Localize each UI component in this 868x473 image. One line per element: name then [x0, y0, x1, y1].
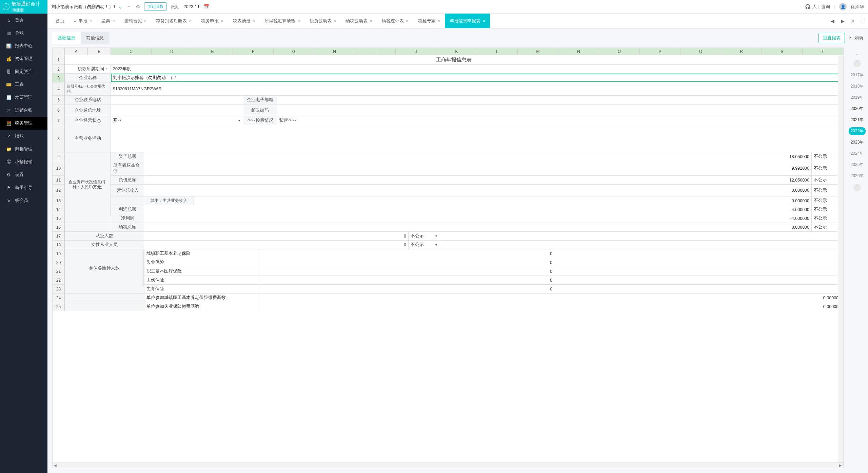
column-header[interactable]: D — [152, 48, 192, 55]
tab[interactable]: 进销台账× — [120, 14, 152, 28]
reg-code-value[interactable]: 91320811MA7NGR2W6R — [111, 82, 843, 95]
asset-value[interactable]: 12.050000 — [144, 176, 812, 184]
tab-prev-icon[interactable]: ◀ — [827, 14, 837, 29]
column-header[interactable]: P — [640, 48, 680, 55]
nav-item-funds[interactable]: 💰资金管理 — [0, 52, 47, 65]
scroll-left-icon[interactable]: ◀ — [53, 463, 58, 467]
row-header[interactable]: 1 — [53, 55, 65, 64]
tab[interactable]: 税务申报× — [196, 14, 228, 28]
tab[interactable]: 纳税波动表× — [341, 14, 377, 28]
row-header[interactable]: 8 — [53, 125, 65, 152]
year-down-icon[interactable]: ˅ — [853, 184, 861, 191]
year-pill[interactable]: 2026年 — [849, 172, 866, 180]
column-header[interactable]: R — [721, 48, 762, 55]
address-value[interactable] — [111, 105, 243, 116]
close-icon[interactable]: × — [406, 18, 409, 23]
column-header[interactable]: L — [477, 48, 518, 55]
nav-item-settings[interactable]: ⚙设置 — [0, 168, 47, 181]
tab-next-icon[interactable]: ▶ — [837, 14, 848, 29]
year-pill[interactable]: 2023年 — [849, 138, 866, 146]
row-header[interactable]: 6 — [53, 105, 65, 116]
add-icon[interactable]: ＋ — [126, 3, 132, 10]
asset-value[interactable]: -4.000000 — [144, 205, 812, 214]
scroll-right-icon[interactable]: ▶ — [838, 463, 843, 467]
insurance-value[interactable]: 0 — [259, 267, 843, 276]
nav-item-home[interactable]: ⌂首页 — [0, 14, 47, 26]
close-icon[interactable]: × — [112, 18, 115, 23]
tab[interactable]: 税负波动表× — [305, 14, 341, 28]
vertical-scrollbar[interactable] — [838, 55, 843, 462]
nav-item-archive[interactable]: 📁归档管理 — [0, 143, 47, 155]
row-header[interactable]: 12 — [53, 185, 65, 196]
nav-item-guide[interactable]: ⚑新手引导 — [0, 181, 47, 194]
close-icon[interactable]: × — [482, 18, 485, 23]
close-icon[interactable]: × — [221, 18, 223, 23]
account-selector[interactable]: 刘小艳演示账套（勿删勿动！）1 ⌄ — [52, 4, 122, 10]
year-pill[interactable]: 2022年 — [849, 127, 866, 135]
column-header[interactable]: Q — [680, 48, 721, 55]
column-header[interactable]: E — [192, 48, 233, 55]
column-header[interactable]: S — [762, 48, 803, 55]
row-header[interactable]: 3 — [53, 74, 65, 82]
close-icon[interactable]: × — [253, 18, 255, 23]
publicity-dropdown[interactable]: 不公示 — [409, 232, 440, 240]
column-header[interactable]: M — [518, 48, 558, 55]
row-header[interactable]: 19 — [53, 249, 65, 258]
consult-button[interactable]: 🎧 人工咨询 — [805, 4, 830, 10]
tab-close-all-icon[interactable]: ✕ — [848, 14, 858, 29]
asset-value[interactable]: 0.000000 — [144, 223, 812, 231]
avatar[interactable]: 👤 — [839, 3, 847, 11]
email-value[interactable] — [277, 96, 843, 104]
fullscreen-icon[interactable]: ⛶ — [858, 14, 868, 29]
row-header[interactable]: 7 — [53, 116, 65, 125]
row-header[interactable]: 23 — [53, 285, 65, 293]
row-header[interactable]: 21 — [53, 267, 65, 276]
close-icon[interactable]: × — [90, 18, 92, 23]
tab[interactable]: 纳税统计表× — [377, 14, 413, 28]
nav-item-ledger[interactable]: ▥总账 — [0, 26, 47, 39]
column-header[interactable]: O — [599, 48, 640, 55]
year-pill[interactable]: 2017年 — [849, 71, 866, 79]
select-all-corner[interactable] — [53, 48, 65, 55]
insurance-value[interactable]: 0 — [259, 276, 843, 284]
row-header[interactable]: 14 — [53, 205, 65, 214]
row-header[interactable]: 25 — [53, 302, 65, 311]
nav-item-invoice[interactable]: 🧾发票管理 — [0, 91, 47, 104]
row-header[interactable]: 10 — [53, 161, 65, 175]
old-version-button[interactable]: 切到旧版 — [144, 2, 166, 11]
pension-base-value[interactable]: 0.000000 — [259, 294, 843, 302]
column-header[interactable]: I — [355, 48, 396, 55]
row-header[interactable]: 13 — [53, 196, 65, 205]
close-icon[interactable]: × — [334, 18, 336, 23]
nav-item-vip[interactable]: ∀畅会员 — [0, 194, 47, 207]
column-header[interactable]: G — [274, 48, 314, 55]
nav-item-asset[interactable]: 🗄固定资产 — [0, 65, 47, 78]
insurance-value[interactable]: 0 — [259, 285, 843, 293]
nav-item-tax[interactable]: 🧮税务管理 — [0, 117, 47, 130]
insurance-value[interactable]: 0 — [259, 258, 843, 267]
close-icon[interactable]: × — [438, 18, 440, 23]
subtab[interactable]: 基础信息 — [52, 32, 81, 44]
subtab[interactable]: 其他信息 — [81, 32, 109, 44]
insurance-value[interactable]: 0 — [259, 249, 843, 258]
close-icon[interactable]: × — [189, 18, 192, 23]
zip-value[interactable] — [277, 105, 843, 116]
row-header[interactable]: 18 — [53, 241, 65, 249]
phone-value[interactable] — [111, 96, 243, 104]
calendar-icon[interactable]: 📅 — [204, 4, 209, 9]
close-icon[interactable]: × — [144, 18, 147, 23]
reset-report-button[interactable]: 重置报表 — [818, 33, 845, 43]
gear-icon[interactable]: ⚙ — [136, 4, 140, 10]
column-header[interactable]: F — [233, 48, 274, 55]
unemployment-base-value[interactable]: 0.000000 — [259, 302, 843, 311]
tab[interactable]: 税表清册× — [228, 14, 260, 28]
close-icon[interactable]: × — [297, 18, 300, 23]
employee-count-value[interactable]: 0 — [144, 232, 409, 240]
row-header[interactable]: 2 — [53, 65, 65, 73]
column-header[interactable]: K — [436, 48, 477, 55]
nav-item-salary[interactable]: 💳工资 — [0, 78, 47, 91]
row-header[interactable]: 22 — [53, 276, 65, 284]
biz-status-dropdown[interactable]: 开业 — [111, 116, 243, 125]
horizontal-scrollbar[interactable]: ◀ ▶ — [53, 462, 843, 468]
refresh-button[interactable]: ↻ 刷新 — [849, 35, 863, 41]
